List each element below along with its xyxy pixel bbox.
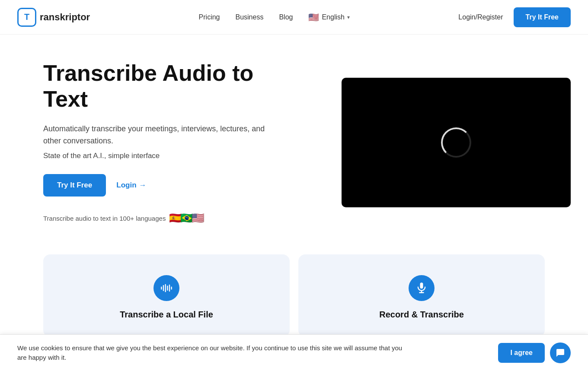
card-record-title: Record & Transcribe [379, 310, 464, 320]
hero-languages: Transcribe audio to text in 100+ languag… [43, 212, 268, 224]
logo-icon: T [17, 8, 36, 27]
nav-blog[interactable]: Blog [279, 13, 293, 21]
card-local-file: Transcribe a Local File [43, 254, 290, 337]
svg-rect-2 [165, 284, 166, 292]
cookie-banner: We use cookies to ensure that we give yo… [0, 334, 588, 337]
hero-content: Transcribe Audio to Text Automatically t… [43, 60, 268, 224]
card-record: Record & Transcribe [298, 254, 545, 337]
language-selector[interactable]: 🇺🇸 English ▾ [308, 12, 349, 22]
hero-tagline: State of the art A.I., simple interface [43, 152, 268, 160]
logo-link[interactable]: T ranskriptor [17, 8, 90, 27]
nav-business[interactable]: Business [235, 13, 263, 21]
waveform-icon [160, 282, 173, 294]
feature-cards: Transcribe a Local File Record & Transcr… [0, 241, 588, 337]
svg-rect-4 [169, 285, 170, 292]
nav-pricing[interactable]: Pricing [199, 13, 220, 21]
card-local-file-icon-wrap [153, 275, 179, 301]
flag-us: 🇺🇸 [192, 212, 205, 224]
language-label: English [322, 13, 344, 21]
login-register-link[interactable]: Login/Register [458, 13, 503, 21]
svg-rect-0 [161, 287, 162, 290]
navbar: T ranskriptor Pricing Business Blog 🇺🇸 E… [0, 0, 588, 35]
svg-rect-3 [167, 285, 168, 291]
hero-login-link[interactable]: Login → [116, 181, 146, 190]
svg-rect-1 [163, 285, 164, 291]
hero-video [342, 78, 571, 207]
hero-buttons: Try It Free Login → [43, 174, 268, 197]
svg-rect-5 [171, 287, 172, 290]
arrow-right-icon: → [139, 181, 147, 190]
flag-icon: 🇺🇸 [308, 12, 319, 22]
hero-title: Transcribe Audio to Text [43, 60, 268, 112]
chevron-down-icon: ▾ [347, 14, 350, 20]
hero-subtitle: Automatically transcribe your meetings, … [43, 123, 268, 148]
hero-try-free-button[interactable]: Try It Free [43, 174, 106, 197]
nav-right: Login/Register Try It Free [458, 7, 571, 27]
languages-text: Transcribe audio to text in 100+ languag… [43, 215, 166, 222]
nav-links: Pricing Business Blog 🇺🇸 English ▾ [199, 12, 350, 22]
card-local-file-title: Transcribe a Local File [120, 310, 213, 320]
svg-rect-6 [420, 282, 423, 289]
logo-text: ranskriptor [40, 12, 90, 23]
logo-letter: T [24, 12, 29, 22]
microphone-icon [415, 282, 428, 294]
nav-try-free-button[interactable]: Try It Free [514, 7, 571, 27]
flag-icons: 🇪🇸 🇧🇷 🇺🇸 [171, 212, 205, 224]
video-loading-spinner [441, 127, 471, 158]
card-record-icon-wrap [409, 275, 435, 301]
hero-section: Transcribe Audio to Text Automatically t… [0, 35, 588, 241]
